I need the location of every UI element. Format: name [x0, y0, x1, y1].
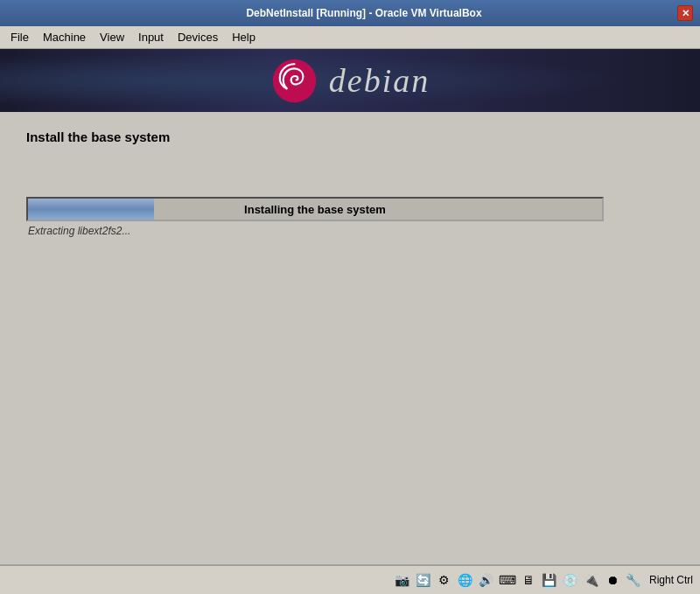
- audio-icon[interactable]: 🔊: [478, 571, 495, 589]
- keyboard-icon[interactable]: ⌨: [499, 571, 516, 589]
- menu-item-input[interactable]: Input: [131, 28, 171, 46]
- record-icon[interactable]: ⏺: [604, 571, 621, 589]
- debian-logo-area: debian: [270, 57, 430, 105]
- close-button[interactable]: ✕: [677, 5, 693, 21]
- main-content-area: Install the base system Installing the b…: [0, 112, 700, 564]
- cd-icon[interactable]: 💿: [562, 571, 579, 589]
- menu-item-devices[interactable]: Devices: [171, 28, 225, 46]
- extra-icon[interactable]: 🔧: [625, 571, 642, 589]
- menu-bar: FileMachineViewInputDevicesHelp: [0, 26, 700, 49]
- network-icon[interactable]: 🌐: [457, 571, 474, 589]
- status-bar: 📷🔄⚙🌐🔊⌨🖥💾💿🔌⏺🔧Right Ctrl: [0, 564, 700, 594]
- section-title: Install the base system: [26, 129, 674, 144]
- settings-icon[interactable]: ⚙: [436, 571, 453, 589]
- storage-icon[interactable]: 💾: [541, 571, 558, 589]
- monitor-icon[interactable]: 🖥: [520, 571, 537, 589]
- menu-item-file[interactable]: File: [4, 28, 36, 46]
- title-bar: DebNetInstall [Running] - Oracle VM Virt…: [0, 0, 700, 26]
- debian-swirl-icon: [270, 57, 318, 105]
- progress-status-text: Extracting libext2fs2...: [26, 225, 674, 237]
- menu-item-help[interactable]: Help: [225, 28, 262, 46]
- screen-capture-icon[interactable]: 📷: [394, 571, 411, 589]
- progress-bar: Installing the base system: [26, 197, 604, 221]
- progress-container: Installing the base system Extracting li…: [26, 197, 674, 237]
- menu-item-machine[interactable]: Machine: [36, 28, 93, 46]
- debian-header-banner: debian: [0, 49, 700, 112]
- right-ctrl-label: Right Ctrl: [649, 574, 693, 586]
- menu-item-view[interactable]: View: [93, 28, 131, 46]
- usb2-icon[interactable]: 🔌: [583, 571, 600, 589]
- window-title: DebNetInstall [Running] - Oracle VM Virt…: [51, 7, 677, 19]
- progress-label: Installing the base system: [28, 203, 602, 216]
- debian-brand-text: debian: [329, 61, 430, 100]
- usb-icon[interactable]: 🔄: [415, 571, 432, 589]
